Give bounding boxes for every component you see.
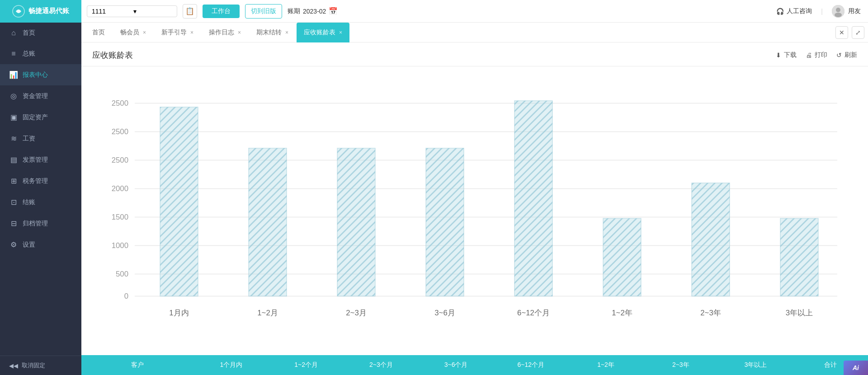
app-name: 畅捷通易代账 bbox=[28, 7, 69, 15]
nav-icon-archive: ⊟ bbox=[9, 219, 18, 228]
svg-text:3年以上: 3年以上 bbox=[786, 309, 813, 317]
col-1m: 1个月内 bbox=[194, 361, 269, 369]
period-area: 账期 2023-02 📅 bbox=[288, 7, 338, 15]
svg-text:1~2年: 1~2年 bbox=[612, 309, 632, 317]
col-3-6m: 3~6个月 bbox=[419, 361, 494, 369]
ai-label: Ai bbox=[853, 364, 859, 371]
user-area[interactable]: 用友 bbox=[832, 5, 861, 18]
sidebar-item-assets[interactable]: ▣固定资产 bbox=[0, 107, 81, 128]
sidebar-item-reports[interactable]: 📊报表中心 bbox=[0, 64, 81, 85]
user-name: 用友 bbox=[848, 7, 861, 15]
tab-member-label: 畅会员 bbox=[120, 28, 139, 37]
calendar-period-icon[interactable]: 📅 bbox=[329, 7, 338, 15]
page-header: 应收账龄表 ⬇ 下载 🖨 打印 ↺ 刷新 bbox=[81, 42, 868, 66]
headset-icon: 🎧 bbox=[776, 8, 784, 15]
sidebar-item-tax[interactable]: ⊞税务管理 bbox=[0, 170, 81, 192]
tab-oplog-close[interactable]: × bbox=[238, 30, 241, 35]
top-header: 畅捷通易代账 1111 ▾ 📋 工作台 切到旧版 账期 2023-02 📅 🎧 … bbox=[0, 0, 868, 23]
tab-period-end[interactable]: 期末结转 × bbox=[249, 23, 296, 42]
nav-label-archive: 归档管理 bbox=[23, 220, 48, 228]
sidebar-item-settings[interactable]: ⚙设置 bbox=[0, 234, 81, 255]
sidebar-item-ledger[interactable]: ≡总账 bbox=[0, 43, 81, 64]
download-button[interactable]: ⬇ 下载 bbox=[776, 51, 797, 59]
calendar-icon[interactable]: 📋 bbox=[183, 4, 197, 19]
svg-text:1500: 1500 bbox=[112, 213, 128, 221]
print-icon: 🖨 bbox=[806, 52, 812, 59]
svg-text:2000: 2000 bbox=[112, 184, 128, 193]
support-area[interactable]: 🎧 人工咨询 bbox=[776, 7, 812, 15]
period-label: 账期 bbox=[288, 7, 300, 15]
cancel-pin-label: 取消固定 bbox=[22, 361, 45, 370]
tab-oplog-label: 操作日志 bbox=[209, 28, 234, 37]
table-header: 客户 1个月内 1~2个月 2~3个月 3~6个月 6~12个月 1~2年 2~… bbox=[81, 355, 868, 375]
tab-member[interactable]: 畅会员 × bbox=[113, 23, 153, 42]
nav-label-settings: 设置 bbox=[23, 241, 35, 249]
nav-label-home: 首页 bbox=[23, 29, 35, 37]
logo: 畅捷通易代账 bbox=[0, 0, 81, 23]
tab-period-end-label: 期末结转 bbox=[256, 28, 282, 37]
svg-text:2500: 2500 bbox=[112, 156, 128, 164]
sidebar-item-invoice[interactable]: ▤发票管理 bbox=[0, 149, 81, 170]
tab-member-close[interactable]: × bbox=[143, 30, 146, 35]
sidebar-item-funds[interactable]: ◎资金管理 bbox=[0, 85, 81, 107]
maximize-tab-button[interactable]: ⤢ bbox=[852, 26, 864, 39]
nav-icon-funds: ◎ bbox=[9, 92, 18, 100]
svg-text:500: 500 bbox=[116, 270, 128, 278]
close-tab-button[interactable]: ✕ bbox=[835, 26, 848, 39]
svg-text:2~3月: 2~3月 bbox=[346, 309, 366, 317]
ai-badge[interactable]: Ai bbox=[844, 361, 868, 375]
tab-home-label: 首页 bbox=[92, 28, 105, 37]
main-layout: ⌂首页≡总账📊报表中心◎资金管理▣固定资产≋工资▤发票管理⊞税务管理⊡结账⊟归档… bbox=[0, 23, 868, 375]
nav-icon-salary: ≋ bbox=[9, 134, 18, 143]
tab-aging-close[interactable]: × bbox=[339, 30, 342, 35]
svg-rect-34 bbox=[692, 183, 730, 296]
tab-aging[interactable]: 应收账龄表 × bbox=[297, 23, 349, 42]
col-1-2y: 1~2年 bbox=[568, 361, 643, 369]
page-actions: ⬇ 下载 🖨 打印 ↺ 刷新 bbox=[776, 51, 857, 59]
svg-text:2~3年: 2~3年 bbox=[700, 309, 721, 317]
nav-label-ledger: 总账 bbox=[23, 50, 35, 58]
nav-label-funds: 资金管理 bbox=[23, 92, 48, 100]
svg-text:0: 0 bbox=[124, 292, 128, 300]
sidebar-nav: ⌂首页≡总账📊报表中心◎资金管理▣固定资产≋工资▤发票管理⊞税务管理⊡结账⊟归档… bbox=[0, 23, 81, 356]
nav-label-salary: 工资 bbox=[23, 135, 35, 143]
chart-container: 2500 2500 2500 2000 1500 1000 500 0 bbox=[81, 66, 868, 355]
svg-rect-26 bbox=[337, 148, 375, 296]
svg-text:2500: 2500 bbox=[112, 127, 128, 136]
page-content: 应收账龄表 ⬇ 下载 🖨 打印 ↺ 刷新 bbox=[81, 42, 868, 375]
tab-home[interactable]: 首页 bbox=[85, 23, 112, 42]
pin-icon: ◀◀ bbox=[9, 362, 18, 369]
nav-label-invoice: 发票管理 bbox=[23, 156, 48, 164]
tab-period-end-close[interactable]: × bbox=[285, 30, 288, 35]
nav-icon-ledger: ≡ bbox=[9, 50, 18, 58]
col-3y-plus: 3年以上 bbox=[718, 361, 793, 369]
nav-icon-reports: 📊 bbox=[9, 70, 18, 79]
tab-oplog[interactable]: 操作日志 × bbox=[202, 23, 248, 42]
company-selector[interactable]: 1111 ▾ bbox=[87, 5, 177, 17]
nav-icon-invoice: ▤ bbox=[9, 155, 18, 164]
logo-icon bbox=[12, 5, 25, 18]
tab-guide-close[interactable]: × bbox=[190, 30, 193, 35]
tab-guide[interactable]: 新手引导 × bbox=[154, 23, 201, 42]
svg-rect-36 bbox=[780, 218, 818, 296]
nav-icon-settlement: ⊡ bbox=[9, 198, 18, 206]
avatar bbox=[832, 5, 844, 18]
col-1-2m: 1~2个月 bbox=[269, 361, 344, 369]
svg-text:1~2月: 1~2月 bbox=[257, 309, 278, 317]
sidebar-item-salary[interactable]: ≋工资 bbox=[0, 128, 81, 149]
sidebar-item-archive[interactable]: ⊟归档管理 bbox=[0, 213, 81, 234]
content-area: 首页 畅会员 × 新手引导 × 操作日志 × 期末结转 × 应收账龄表 × bbox=[81, 23, 868, 375]
workspace-button[interactable]: 工作台 bbox=[203, 5, 240, 18]
nav-label-assets: 固定资产 bbox=[23, 113, 48, 122]
nav-icon-settings: ⚙ bbox=[9, 240, 18, 249]
cancel-pin-btn[interactable]: ◀◀ 取消固定 bbox=[0, 356, 81, 375]
refresh-button[interactable]: ↺ 刷新 bbox=[836, 51, 857, 59]
sidebar-item-settlement[interactable]: ⊡结账 bbox=[0, 192, 81, 213]
svg-text:3~6月: 3~6月 bbox=[434, 309, 455, 317]
print-label: 打印 bbox=[815, 51, 827, 59]
switch-version-button[interactable]: 切到旧版 bbox=[245, 4, 282, 19]
sidebar-item-home[interactable]: ⌂首页 bbox=[0, 23, 81, 43]
print-button[interactable]: 🖨 打印 bbox=[806, 51, 827, 59]
nav-label-tax: 税务管理 bbox=[23, 177, 48, 185]
chevron-down-icon: ▾ bbox=[133, 8, 172, 15]
